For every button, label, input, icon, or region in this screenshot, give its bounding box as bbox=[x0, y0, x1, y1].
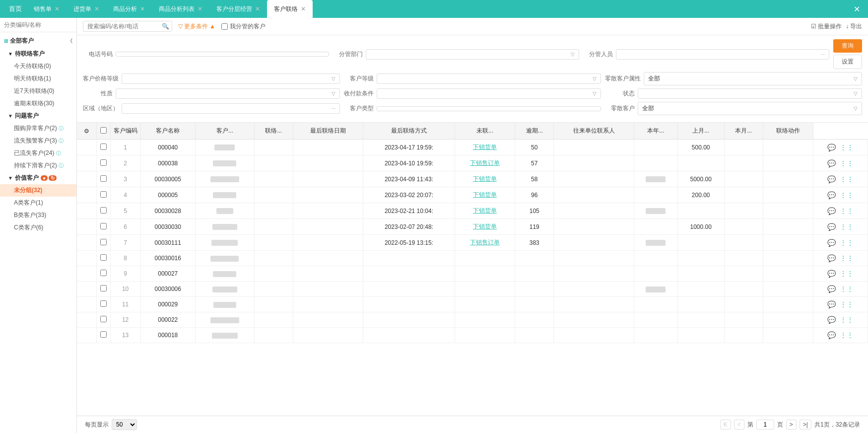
row-checkbox-4[interactable] bbox=[96, 203, 110, 219]
close-product-analysis-tab[interactable]: ✕ bbox=[140, 5, 145, 12]
row-action-6[interactable]: 💬 ⋮⋮ bbox=[813, 235, 868, 251]
row-checkbox-1[interactable] bbox=[96, 155, 110, 171]
row-last-way-8[interactable] bbox=[455, 266, 515, 282]
row-checkbox-12[interactable] bbox=[96, 328, 110, 343]
chat-icon-0[interactable]: 💬 bbox=[827, 144, 836, 151]
value-section-label[interactable]: ▼ 价值客户 ● ↻ bbox=[0, 172, 76, 184]
gender-input[interactable]: ▽ bbox=[116, 88, 340, 99]
tab-purchase-order[interactable]: 进货单 ✕ bbox=[67, 0, 106, 18]
my-customers-checkbox[interactable] bbox=[221, 23, 228, 30]
first-page-button[interactable]: K bbox=[720, 420, 731, 430]
problem-section-label[interactable]: ▼ 问题客户 bbox=[0, 110, 76, 122]
close-purchase-tab[interactable]: ✕ bbox=[94, 5, 99, 12]
search-input[interactable] bbox=[87, 23, 162, 30]
tab-product-analysis-list[interactable]: 商品分析列表 ✕ bbox=[152, 0, 209, 18]
row-action-8[interactable]: 💬 ⋮⋮ bbox=[813, 266, 868, 282]
last-page-button[interactable]: >| bbox=[800, 420, 811, 430]
sidebar-item-7day-pending[interactable]: 近7天待联络(0) bbox=[0, 85, 76, 97]
price-level-input[interactable]: ▽ bbox=[122, 73, 340, 84]
row-last-way-10[interactable] bbox=[455, 297, 515, 312]
row-checkbox-0[interactable] bbox=[96, 140, 110, 155]
chat-icon-8[interactable]: 💬 bbox=[827, 270, 836, 278]
chat-icon-2[interactable]: 💬 bbox=[827, 175, 836, 183]
chat-icon-12[interactable]: 💬 bbox=[827, 331, 836, 339]
menu-icon-6[interactable]: ⋮⋮ bbox=[840, 239, 854, 247]
row-action-1[interactable]: 💬 ⋮⋮ bbox=[813, 155, 868, 171]
menu-icon-11[interactable]: ⋮⋮ bbox=[840, 316, 854, 324]
tab-product-analysis[interactable]: 商品分析 ✕ bbox=[106, 0, 152, 18]
menu-icon-12[interactable]: ⋮⋮ bbox=[840, 331, 854, 339]
sidebar-item-class-c[interactable]: C类客户(6) bbox=[0, 221, 76, 234]
row-action-11[interactable]: 💬 ⋮⋮ bbox=[813, 312, 868, 328]
col-settings[interactable]: ⚙ bbox=[77, 123, 96, 140]
export-button[interactable]: ↓ 导出 bbox=[846, 22, 862, 31]
row-action-0[interactable]: 💬 ⋮⋮ bbox=[813, 140, 868, 155]
staff-input[interactable]: ··· bbox=[616, 49, 829, 60]
sidebar-item-abnormal[interactable]: 囤购异常客户(2) ⓘ bbox=[0, 122, 76, 135]
row-last-way-6[interactable]: 下销售订单 bbox=[455, 235, 515, 251]
sidebar-item-churned[interactable]: 已流失客户(24) ⓘ bbox=[0, 147, 76, 159]
row-action-7[interactable]: 💬 ⋮⋮ bbox=[813, 251, 868, 266]
menu-icon-8[interactable]: ⋮⋮ bbox=[840, 270, 854, 278]
customer-type-input[interactable] bbox=[377, 106, 601, 111]
prev-page-button[interactable]: < bbox=[734, 420, 744, 430]
chat-icon-6[interactable]: 💬 bbox=[827, 239, 836, 247]
more-conditions-button[interactable]: ▽ 更多条件 ▲ bbox=[178, 22, 215, 31]
row-checkbox-8[interactable] bbox=[96, 266, 110, 282]
row-action-2[interactable]: 💬 ⋮⋮ bbox=[813, 171, 868, 187]
sidebar-item-overdue-contact[interactable]: 逾期未联络(30) bbox=[0, 97, 76, 110]
dept-input[interactable]: ▽ bbox=[366, 49, 579, 60]
chat-icon-4[interactable]: 💬 bbox=[827, 207, 836, 215]
chat-icon-7[interactable]: 💬 bbox=[827, 254, 836, 262]
retail-customer-input[interactable]: 全部 ▽ bbox=[638, 102, 862, 115]
row-action-9[interactable]: 💬 ⋮⋮ bbox=[813, 282, 868, 297]
menu-icon-3[interactable]: ⋮⋮ bbox=[840, 191, 854, 199]
all-customers-header[interactable]: ⊞ 全部客户 《 bbox=[0, 34, 76, 48]
row-checkbox-10[interactable] bbox=[96, 297, 110, 312]
search-icon[interactable]: 🔍 bbox=[162, 23, 169, 30]
category-search-input[interactable] bbox=[4, 21, 77, 28]
search-box[interactable]: 🔍 bbox=[83, 21, 172, 32]
row-checkbox-7[interactable] bbox=[96, 251, 110, 266]
close-sales-order-tab[interactable]: ✕ bbox=[55, 5, 60, 12]
chat-icon-10[interactable]: 💬 bbox=[827, 300, 836, 308]
row-checkbox-3[interactable] bbox=[96, 187, 110, 203]
select-all-checkbox[interactable] bbox=[100, 127, 107, 134]
row-last-way-7[interactable] bbox=[455, 251, 515, 266]
row-action-12[interactable]: 💬 ⋮⋮ bbox=[813, 328, 868, 343]
phone-input[interactable] bbox=[116, 52, 329, 57]
payment-input[interactable]: ▽ bbox=[377, 88, 601, 99]
menu-icon-0[interactable]: ⋮⋮ bbox=[840, 144, 854, 151]
reset-button[interactable]: 设置 bbox=[833, 55, 862, 69]
region-input[interactable]: ··· bbox=[122, 103, 340, 114]
sidebar-item-tomorrow-pending[interactable]: 明天待联络(1) bbox=[0, 72, 76, 85]
chat-icon-11[interactable]: 💬 bbox=[827, 316, 836, 324]
row-last-way-12[interactable] bbox=[455, 328, 515, 343]
menu-icon-10[interactable]: ⋮⋮ bbox=[840, 300, 854, 308]
status-input[interactable]: ▽ bbox=[638, 88, 862, 99]
row-last-way-9[interactable] bbox=[455, 282, 515, 297]
sidebar-item-declining[interactable]: 持续下滑客户(2) ⓘ bbox=[0, 159, 76, 172]
sidebar-item-class-b[interactable]: B类客户(33) bbox=[0, 209, 76, 221]
tab-customer-contact[interactable]: 客户联络 ✕ bbox=[267, 0, 313, 18]
menu-icon-1[interactable]: ⋮⋮ bbox=[840, 159, 854, 167]
window-close-button[interactable]: ✕ bbox=[850, 4, 864, 14]
row-checkbox-9[interactable] bbox=[96, 282, 110, 297]
row-last-way-5[interactable]: 下销货单 bbox=[455, 219, 515, 235]
row-last-way-2[interactable]: 下销货单 bbox=[455, 171, 515, 187]
tab-customer-layering[interactable]: 客户分层经营 ✕ bbox=[209, 0, 267, 18]
sidebar-item-today-pending[interactable]: 今天待联络(0) bbox=[0, 60, 76, 72]
page-number-input[interactable] bbox=[756, 420, 774, 430]
batch-op-button[interactable]: ☑ 批量操作 bbox=[811, 22, 842, 31]
row-checkbox-6[interactable] bbox=[96, 235, 110, 251]
close-product-list-tab[interactable]: ✕ bbox=[198, 5, 202, 12]
row-checkbox-11[interactable] bbox=[96, 312, 110, 328]
chat-icon-9[interactable]: 💬 bbox=[827, 285, 836, 293]
next-page-button[interactable]: > bbox=[786, 420, 797, 430]
my-customers-filter[interactable]: 我分管的客户 bbox=[221, 22, 266, 31]
customer-level-input[interactable]: ▽ bbox=[377, 73, 601, 84]
sidebar-item-class-a[interactable]: A类客户(1) bbox=[0, 197, 76, 209]
tab-sales-order[interactable]: 销售单 ✕ bbox=[27, 0, 67, 18]
row-last-way-11[interactable] bbox=[455, 312, 515, 328]
row-last-way-0[interactable]: 下销货单 bbox=[455, 140, 515, 155]
